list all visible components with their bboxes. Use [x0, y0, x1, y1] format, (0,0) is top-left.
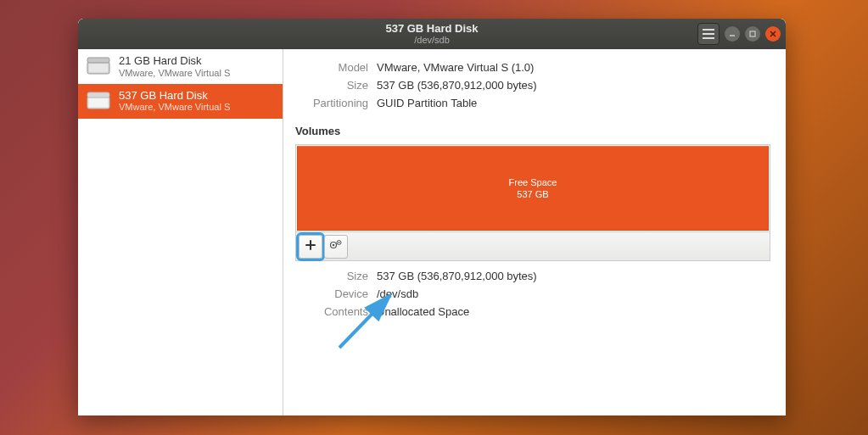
partition-size: 537 GB: [517, 188, 548, 200]
menu-button[interactable]: [697, 23, 720, 45]
svg-rect-6: [87, 92, 109, 98]
vol-device-value: /dev/sdb: [377, 287, 418, 300]
close-button[interactable]: [765, 26, 781, 42]
vol-size-label: Size: [295, 270, 377, 282]
volumes-heading: Volumes: [295, 125, 770, 137]
partitioning-value: GUID Partition Table: [377, 97, 477, 109]
svg-rect-3: [87, 58, 109, 63]
gears-icon: [329, 239, 343, 254]
vol-size-value: 537 GB (536,870,912,000 bytes): [377, 270, 537, 282]
sidebar-disk-item[interactable]: 537 GB Hard Disk VMware, VMware Virtual …: [78, 84, 283, 119]
svg-rect-0: [750, 31, 755, 36]
disks-window: 537 GB Hard Disk /dev/sdb: [78, 19, 786, 415]
vol-contents-value: Unallocated Space: [377, 305, 469, 318]
model-value: VMware, VMware Virtual S (1.0): [377, 61, 534, 74]
disk-title: 21 GB Hard Disk: [119, 54, 230, 68]
window-title: 537 GB Hard Disk: [78, 22, 786, 36]
disk-title: 537 GB Hard Disk: [119, 89, 230, 103]
size-label: Size: [295, 79, 377, 92]
partition-label: Free Space: [509, 176, 557, 188]
volume-partition[interactable]: Free Space 537 GB: [297, 146, 769, 231]
window-subtitle: /dev/sdb: [78, 35, 786, 46]
svg-point-10: [339, 242, 340, 243]
svg-point-8: [333, 244, 335, 247]
size-value: 537 GB (536,870,912,000 bytes): [377, 79, 537, 92]
partition-settings-button[interactable]: [324, 235, 348, 259]
main-panel: Model VMware, VMware Virtual S (1.0) Siz…: [283, 49, 786, 415]
volumes-container: Free Space 537 GB: [295, 144, 770, 261]
model-label: Model: [295, 61, 377, 74]
disk-sidebar: 21 GB Hard Disk VMware, VMware Virtual S…: [78, 49, 283, 415]
minimize-button[interactable]: [725, 26, 740, 42]
vol-contents-label: Contents: [295, 305, 377, 318]
add-partition-button[interactable]: [299, 235, 322, 259]
svg-rect-5: [89, 98, 108, 107]
titlebar: 537 GB Hard Disk /dev/sdb: [78, 19, 786, 49]
disk-subtitle: VMware, VMware Virtual S: [119, 102, 230, 113]
volume-toolbar: [296, 231, 770, 260]
sidebar-disk-item[interactable]: 21 GB Hard Disk VMware, VMware Virtual S: [78, 49, 283, 84]
content-area: 21 GB Hard Disk VMware, VMware Virtual S…: [78, 49, 786, 415]
svg-rect-2: [89, 64, 108, 72]
disk-subtitle: VMware, VMware Virtual S: [119, 68, 230, 79]
plus-icon: [305, 239, 316, 254]
hard-disk-icon: [87, 92, 110, 110]
hard-disk-icon: [87, 57, 110, 75]
vol-device-label: Device: [295, 287, 377, 300]
partitioning-label: Partitioning: [295, 97, 377, 109]
maximize-button[interactable]: [745, 26, 760, 42]
